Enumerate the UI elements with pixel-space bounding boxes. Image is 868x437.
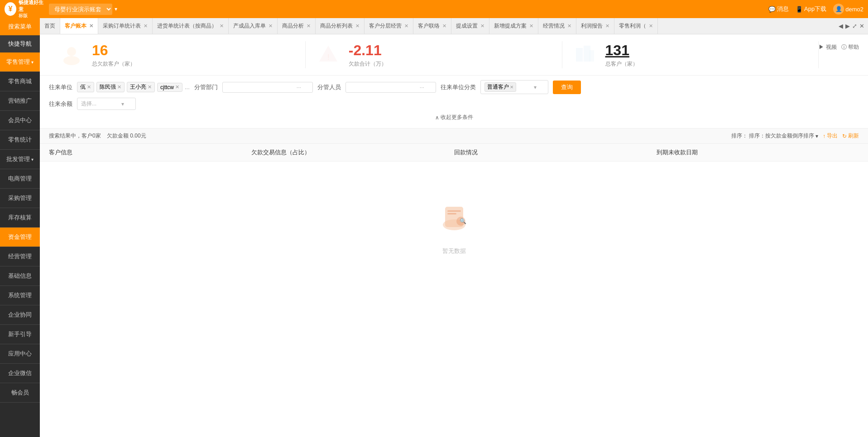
tab-customer-ledger[interactable]: 客户账本 ✕ <box>60 18 98 34</box>
sidebar-quick-nav[interactable]: 快捷导航 <box>0 35 40 52</box>
svg-rect-10 <box>447 213 456 214</box>
tab-product-instock[interactable]: 产成品入库单 ✕ <box>229 18 278 34</box>
sidebar-item-purchase[interactable]: 采购管理 <box>0 189 40 208</box>
message-btn[interactable]: 💬 消息 <box>768 5 789 13</box>
table-header: 客户信息 欠款交易信息（占比） 回款情况 到期未收款日期 <box>40 144 868 162</box>
account-selector[interactable]: 母婴行业演示账套 <box>49 4 112 15</box>
tab-product-analysis[interactable]: 商品分析 ✕ <box>278 18 316 34</box>
sort-button[interactable]: 排序： 排序：按欠款金额倒序排序 ▾ <box>731 132 818 140</box>
filter-tag-chen-close[interactable]: ✕ <box>117 84 121 90</box>
filter-tag-wa[interactable]: 佤 ✕ <box>77 82 94 92</box>
filter-more-btn[interactable]: ... <box>185 84 190 90</box>
sidebar-item-ops[interactable]: 经营管理 <box>0 247 40 266</box>
unit-category-tag-close[interactable]: ✕ <box>510 85 513 90</box>
empty-icon: 🔍 <box>436 198 472 240</box>
chevron-down-icon-batch: ▾ <box>31 157 34 162</box>
sidebar-search[interactable]: 搜索菜单 <box>0 18 40 35</box>
sidebar-item-finance[interactable]: 资金管理 <box>0 228 40 247</box>
tab-home[interactable]: 首页 <box>40 18 60 34</box>
filter-tag-chen[interactable]: 陈民强 ✕ <box>96 82 125 92</box>
tab-close-all-btn[interactable]: ✕ <box>859 23 864 29</box>
filter-tag-wang[interactable]: 王小亮 ✕ <box>127 82 155 92</box>
tab-ops[interactable]: 经营情况 ✕ <box>538 18 576 34</box>
sort-label: 排序： <box>731 132 748 140</box>
sidebar-item-vip-member[interactable]: 畅会员 <box>0 383 40 403</box>
sidebar-item-basic-info[interactable]: 基础信息 <box>0 266 40 286</box>
tab-profit-report-close[interactable]: ✕ <box>605 23 609 29</box>
tab-prev-btn[interactable]: ◀ <box>839 23 843 29</box>
customers-icon <box>58 41 85 68</box>
dept-selector-dots: ··· <box>297 84 301 90</box>
tab-boost-settings-close[interactable]: ✕ <box>480 23 484 29</box>
app-download-btn[interactable]: 📱 App下载 <box>796 5 826 13</box>
filter-tag-cjttcw[interactable]: cjttcw ✕ <box>157 83 182 92</box>
svg-rect-5 <box>584 46 590 62</box>
tab-inventory-stats-close[interactable]: ✕ <box>220 23 224 29</box>
unit-category-selector[interactable]: 普通客户 ✕ ▾ <box>480 80 548 94</box>
tab-ops-close[interactable]: ✕ <box>567 23 571 29</box>
tab-customer-tier-close[interactable]: ✕ <box>404 23 408 29</box>
svg-rect-4 <box>576 48 583 62</box>
query-button[interactable]: 查询 <box>553 81 581 94</box>
tab-home-label: 首页 <box>44 22 55 30</box>
person-selector[interactable]: ··· <box>345 82 436 93</box>
sort-arrow-icon: ▾ <box>815 133 818 139</box>
tab-inventory-stats[interactable]: 进货单统计表（按商品） ✕ <box>153 18 229 34</box>
stat-customers-info: 16 总欠款客户（家） <box>92 42 135 68</box>
filter-tags: 佤 ✕ 陈民强 ✕ 王小亮 ✕ cjttcw ✕ <box>77 82 190 92</box>
video-btn[interactable]: ▶ 视频 <box>819 43 836 51</box>
tab-customer-ledger-close[interactable]: ✕ <box>89 23 93 29</box>
tab-product-analysis-close[interactable]: ✕ <box>307 23 311 29</box>
top-bar-right: 💬 消息 📱 App下载 👤 demo2 <box>768 4 863 14</box>
tab-purchase-order[interactable]: 采购订单统计表 ✕ <box>98 18 153 34</box>
debt-icon: ! <box>315 41 342 68</box>
tab-retail-profit[interactable]: 零售利润（ ✕ <box>614 18 658 34</box>
tab-boost-settings[interactable]: 提成设置 ✕ <box>451 18 489 34</box>
tab-expand-btn[interactable]: ⤢ <box>852 23 857 29</box>
balance-selector[interactable]: 选择... ▾ <box>77 98 136 110</box>
content-area: 16 总欠款客户（家） ! -2.11 欠款合计（万） <box>40 34 868 437</box>
filter-tag-cjttcw-close[interactable]: ✕ <box>175 84 179 90</box>
tab-next-btn[interactable]: ▶ <box>845 23 850 29</box>
tab-customer-tier[interactable]: 客户分层经营 ✕ <box>364 18 413 34</box>
tab-retail-profit-close[interactable]: ✕ <box>649 23 653 29</box>
filter-tag-wang-close[interactable]: ✕ <box>148 84 152 90</box>
filter-tag-wa-close[interactable]: ✕ <box>87 84 91 90</box>
help-btn[interactable]: ⓘ 帮助 <box>841 43 859 51</box>
sidebar-item-retail-stats[interactable]: 零售统计 <box>0 130 40 150</box>
tab-purchase-order-close[interactable]: ✕ <box>144 23 148 29</box>
tab-new-boost[interactable]: 新增提成方案 ✕ <box>489 18 538 34</box>
sidebar-item-member-center[interactable]: 会员中心 <box>0 111 40 130</box>
sidebar-item-sys[interactable]: 系统管理 <box>0 286 40 305</box>
selector-arrow: ▾ <box>115 6 117 12</box>
sidebar-item-retail-mall[interactable]: 零售商城 <box>0 72 40 91</box>
sidebar-item-ecom[interactable]: 电商管理 <box>0 169 40 189</box>
tab-profit-report[interactable]: 利润报告 ✕ <box>576 18 614 34</box>
sidebar-item-inventory[interactable]: 库存核算 <box>0 208 40 228</box>
tab-product-analysis-list[interactable]: 商品分析列表 ✕ <box>316 18 364 34</box>
sidebar-item-new-guide[interactable]: 新手引导 <box>0 325 40 344</box>
sidebar-item-enterprise[interactable]: 企业协同 <box>0 305 40 325</box>
total-customers2-value: 131 <box>605 42 638 59</box>
dept-selector[interactable]: ··· <box>222 82 313 93</box>
empty-state: 🔍 暂无数据 <box>40 162 868 291</box>
user-avatar[interactable]: 👤 demo2 <box>833 4 863 14</box>
tab-customer-contact-close[interactable]: ✕ <box>442 23 446 29</box>
refresh-button[interactable]: ↻ 刷新 <box>842 132 859 140</box>
tab-product-analysis-list-close[interactable]: ✕ <box>355 23 360 29</box>
sidebar-item-marketing[interactable]: 营销推广 <box>0 91 40 111</box>
svg-text:!: ! <box>327 53 329 61</box>
sidebar-item-app-center[interactable]: 应用中心 <box>0 344 40 364</box>
tab-customer-contact[interactable]: 客户联络 ✕ <box>413 18 451 34</box>
sidebar-item-enterprise-wx[interactable]: 企业微信 <box>0 364 40 383</box>
export-button[interactable]: ↑ 导出 <box>823 132 838 140</box>
tab-product-instock-close[interactable]: ✕ <box>269 23 273 29</box>
collapse-btn[interactable]: ∧ 收起更多条件 <box>435 114 473 121</box>
tab-new-boost-close[interactable]: ✕ <box>529 23 533 29</box>
stat-debt-info: -2.11 欠款合计（万） <box>349 42 387 68</box>
filter-row-2: 往来余额 选择... ▾ <box>49 98 859 110</box>
debt-amount-label: 欠款合计（万） <box>349 60 387 68</box>
sidebar-item-retail-mgmt[interactable]: 零售管理 ▾ <box>0 52 40 72</box>
sidebar-item-batch-mgmt[interactable]: 批发管理 ▾ <box>0 150 40 169</box>
app-icon: 📱 <box>796 6 803 13</box>
